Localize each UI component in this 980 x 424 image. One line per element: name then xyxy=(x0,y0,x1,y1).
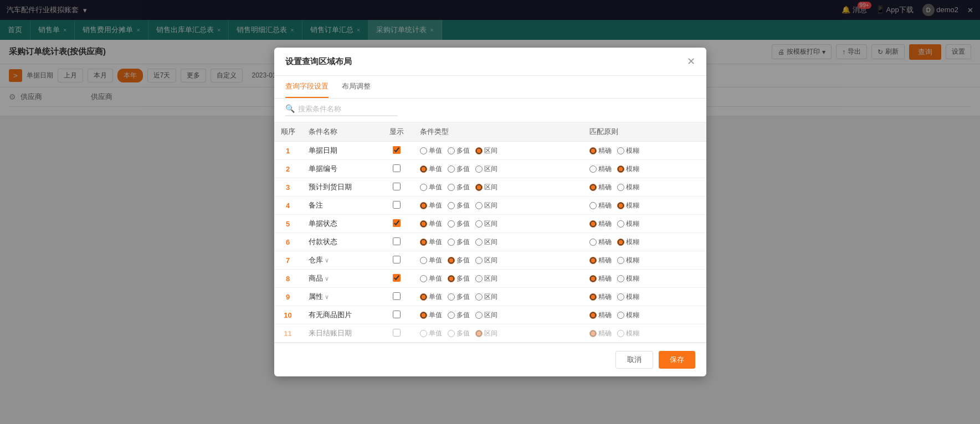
modal-tabs: 查询字段设置 布局调整 xyxy=(274,76,706,99)
modal-close-button[interactable]: ✕ xyxy=(687,55,695,68)
search-icon: 🔍 xyxy=(285,104,295,113)
modal-tab-fields[interactable]: 查询字段设置 xyxy=(285,76,329,98)
modal-overlay: 设置查询区域布局 ✕ 查询字段设置 布局调整 🔍 xyxy=(0,0,980,116)
page-content: 采购订单统计表(按供应商) 🖨 按模板打印 ▾ ↑ 导出 ↻ 刷新 查询 设置 … xyxy=(0,40,980,116)
modal-title: 设置查询区域布局 xyxy=(285,56,352,67)
search-wrap: 🔍 xyxy=(285,104,398,116)
search-input[interactable] xyxy=(298,105,398,113)
modal: 设置查询区域布局 ✕ 查询字段设置 布局调整 🔍 xyxy=(274,48,706,116)
modal-tab-layout[interactable]: 布局调整 xyxy=(342,76,371,98)
modal-search-area: 🔍 xyxy=(274,99,706,116)
modal-header: 设置查询区域布局 ✕ xyxy=(274,48,706,76)
